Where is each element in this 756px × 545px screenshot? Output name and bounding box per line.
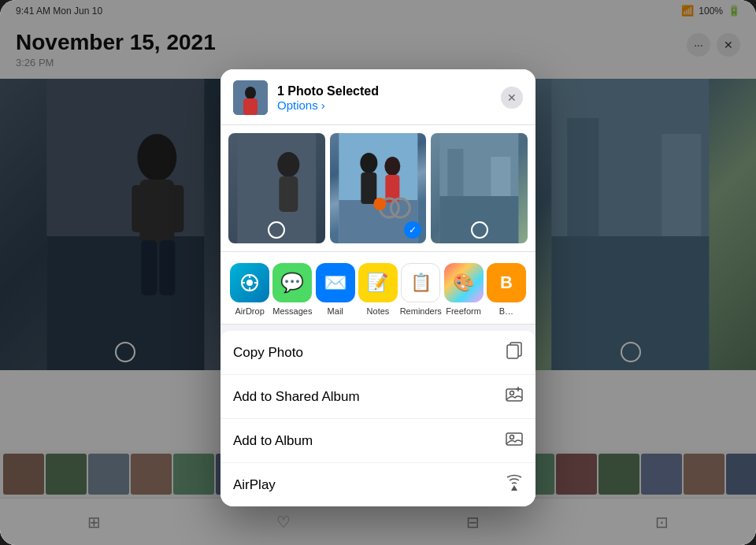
copy-photo-label: Copy Photo bbox=[233, 345, 303, 361]
airplay-label: AirPlay bbox=[233, 477, 276, 493]
share-thumbnail bbox=[233, 80, 268, 115]
share-photo-left[interactable] bbox=[228, 133, 325, 243]
svg-point-32 bbox=[245, 87, 256, 99]
add-shared-album-icon bbox=[506, 386, 523, 407]
more-app-icon: B bbox=[487, 263, 526, 302]
app-more[interactable]: B B… bbox=[486, 263, 527, 316]
share-sheet: 1 Photo Selected Options › ✕ bbox=[220, 69, 536, 506]
freeform-label: Freeform bbox=[446, 306, 481, 316]
messages-icon: 💬 bbox=[272, 263, 312, 302]
app-reminders[interactable]: 📋 Reminders bbox=[400, 263, 441, 316]
svg-rect-60 bbox=[506, 433, 522, 445]
freeform-icon: 🎨 bbox=[444, 263, 484, 302]
action-list: Copy Photo Add to Shared Album bbox=[220, 331, 536, 506]
action-copy-photo[interactable]: Copy Photo bbox=[220, 331, 536, 375]
ipad-frame: 9:41 AM Mon Jun 10 📶 100% 🔋 November 15,… bbox=[0, 0, 756, 545]
app-notes[interactable]: 📝 Notes bbox=[358, 263, 398, 316]
share-photo-center[interactable]: ✓ bbox=[330, 133, 427, 243]
add-album-label: Add to Album bbox=[233, 433, 313, 449]
svg-point-35 bbox=[277, 152, 299, 177]
add-album-icon bbox=[506, 430, 523, 451]
airdrop-icon bbox=[230, 263, 269, 302]
svg-rect-33 bbox=[243, 98, 258, 115]
share-photo-left-circle[interactable] bbox=[268, 221, 285, 239]
app-messages[interactable]: 💬 Messages bbox=[272, 263, 313, 316]
share-photo-right[interactable] bbox=[431, 133, 528, 243]
airdrop-label: AirDrop bbox=[235, 306, 264, 316]
share-title-block: 1 Photo Selected Options › bbox=[277, 84, 379, 112]
svg-point-59 bbox=[510, 391, 514, 395]
svg-rect-49 bbox=[491, 157, 511, 196]
action-add-album[interactable]: Add to Album bbox=[220, 419, 536, 463]
svg-point-51 bbox=[246, 280, 253, 286]
mail-label: Mail bbox=[328, 306, 343, 316]
copy-photo-icon bbox=[506, 342, 523, 363]
share-photo-right-circle[interactable] bbox=[471, 221, 488, 239]
apps-row: AirDrop 💬 Messages ✉️ Mail 📝 Notes 📋 Rem… bbox=[220, 252, 536, 324]
messages-label: Messages bbox=[272, 306, 312, 316]
more-app-label: B… bbox=[499, 306, 513, 316]
svg-rect-36 bbox=[279, 176, 298, 212]
svg-rect-40 bbox=[361, 172, 376, 204]
mail-icon: ✉️ bbox=[316, 263, 355, 302]
action-add-shared-album[interactable]: Add to Shared Album bbox=[220, 375, 536, 419]
svg-point-39 bbox=[360, 153, 377, 173]
svg-point-61 bbox=[510, 436, 514, 439]
notes-icon: 📝 bbox=[358, 263, 398, 302]
svg-rect-48 bbox=[448, 149, 464, 196]
reminders-label: Reminders bbox=[400, 306, 442, 316]
reminders-icon: 📋 bbox=[401, 263, 440, 302]
svg-point-41 bbox=[384, 157, 400, 176]
share-close-icon: ✕ bbox=[507, 91, 517, 104]
action-airplay[interactable]: AirPlay bbox=[220, 463, 536, 506]
airplay-icon bbox=[506, 474, 523, 495]
share-header: 1 Photo Selected Options › ✕ bbox=[220, 69, 536, 125]
app-mail[interactable]: ✉️ Mail bbox=[315, 263, 356, 316]
options-button[interactable]: Options › bbox=[277, 98, 325, 112]
options-chevron: › bbox=[321, 98, 325, 112]
share-header-left: 1 Photo Selected Options › bbox=[233, 80, 379, 115]
share-close-button[interactable]: ✕ bbox=[501, 87, 523, 109]
svg-point-45 bbox=[373, 198, 386, 210]
notes-label: Notes bbox=[367, 306, 390, 316]
add-shared-album-label: Add to Shared Album bbox=[233, 389, 360, 405]
svg-rect-58 bbox=[506, 389, 522, 401]
svg-rect-57 bbox=[507, 345, 518, 358]
app-freeform[interactable]: 🎨 Freeform bbox=[443, 263, 484, 316]
options-label: Options bbox=[277, 98, 318, 112]
share-count: 1 Photo Selected bbox=[277, 84, 379, 98]
app-airdrop[interactable]: AirDrop bbox=[229, 263, 270, 316]
share-photos-row: ✓ bbox=[220, 125, 536, 252]
svg-marker-62 bbox=[511, 485, 517, 491]
